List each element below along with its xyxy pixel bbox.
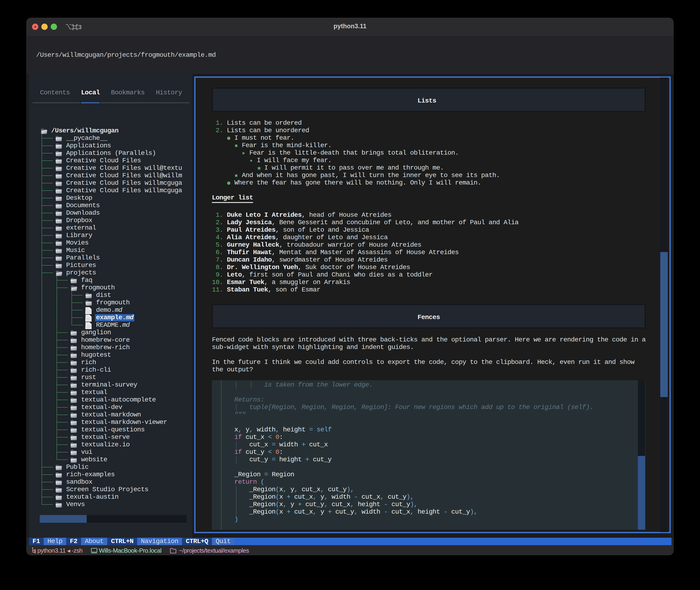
svg-text:3: 3	[78, 24, 82, 30]
